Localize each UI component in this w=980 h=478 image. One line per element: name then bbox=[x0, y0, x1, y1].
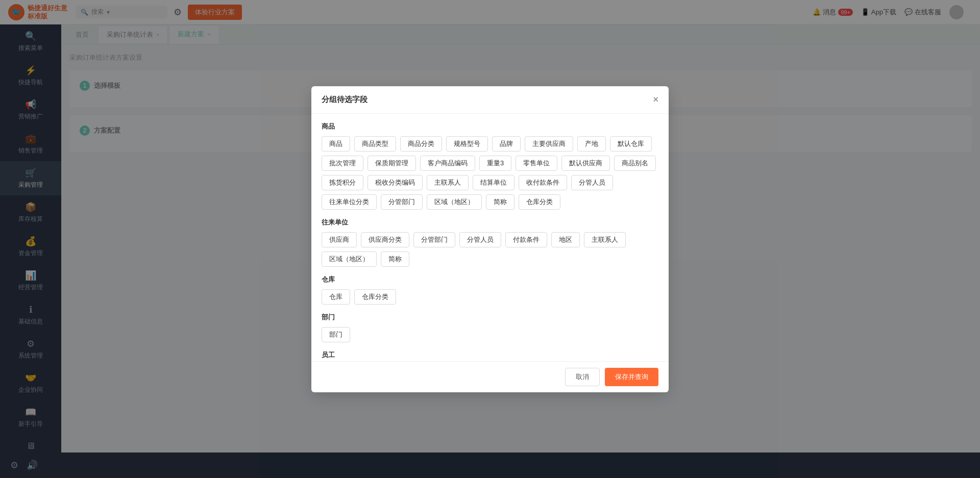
field-tag-0-2[interactable]: 商品分类 bbox=[400, 136, 442, 152]
field-tag-0-23[interactable]: 区域（地区） bbox=[427, 194, 482, 210]
field-grid-0: 商品商品类型商品分类规格型号品牌主要供应商产地默认仓库批次管理保质期管理客户商品… bbox=[322, 136, 658, 210]
field-tag-0-24[interactable]: 简称 bbox=[486, 194, 514, 210]
field-tag-1-5[interactable]: 地区 bbox=[551, 232, 580, 247]
field-tag-0-6[interactable]: 产地 bbox=[577, 136, 606, 152]
section-title-4: 员工 bbox=[322, 350, 658, 360]
field-tag-0-7[interactable]: 默认仓库 bbox=[610, 136, 652, 152]
field-tag-0-16[interactable]: 税收分类编码 bbox=[368, 175, 423, 190]
field-tag-0-20[interactable]: 分管人员 bbox=[571, 175, 613, 190]
field-tag-1-0[interactable]: 供应商 bbox=[322, 232, 357, 247]
field-tag-0-3[interactable]: 规格型号 bbox=[446, 136, 488, 152]
field-tag-0-9[interactable]: 保质期管理 bbox=[368, 156, 416, 171]
field-tag-0-21[interactable]: 往来单位分类 bbox=[322, 194, 377, 210]
field-tag-1-1[interactable]: 供应商分类 bbox=[361, 232, 409, 247]
field-tag-1-2[interactable]: 分管部门 bbox=[413, 232, 455, 247]
field-tag-0-8[interactable]: 批次管理 bbox=[322, 156, 363, 171]
dialog-header: 分组待选字段 × bbox=[311, 86, 669, 114]
field-tag-0-5[interactable]: 主要供应商 bbox=[525, 136, 573, 152]
field-tag-1-8[interactable]: 简称 bbox=[381, 251, 409, 267]
field-grid-3: 部门 bbox=[322, 327, 658, 342]
section-title-3: 部门 bbox=[322, 313, 658, 322]
field-grid-2: 仓库仓库分类 bbox=[322, 289, 658, 305]
field-tag-1-6[interactable]: 主联系人 bbox=[584, 232, 626, 247]
section-title-1: 往来单位 bbox=[322, 218, 658, 227]
field-tag-0-17[interactable]: 主联系人 bbox=[427, 175, 469, 190]
field-tag-2-1[interactable]: 仓库分类 bbox=[354, 289, 396, 305]
dialog-body: 商品商品商品类型商品分类规格型号品牌主要供应商产地默认仓库批次管理保质期管理客户… bbox=[311, 114, 669, 361]
field-tag-0-4[interactable]: 品牌 bbox=[492, 136, 521, 152]
field-tag-0-13[interactable]: 默认供应商 bbox=[561, 156, 610, 171]
cancel-button[interactable]: 取消 bbox=[565, 368, 600, 386]
field-tag-0-18[interactable]: 结算单位 bbox=[473, 175, 514, 190]
field-tag-0-15[interactable]: 拣货积分 bbox=[322, 175, 363, 190]
field-tag-0-22[interactable]: 分管部门 bbox=[381, 194, 423, 210]
field-tag-1-7[interactable]: 区域（地区） bbox=[322, 251, 377, 267]
field-tag-0-19[interactable]: 收付款条件 bbox=[519, 175, 567, 190]
field-tag-0-25[interactable]: 仓库分类 bbox=[519, 194, 560, 210]
dialog-footer: 取消 保存并查询 bbox=[311, 361, 669, 392]
field-tag-0-0[interactable]: 商品 bbox=[322, 136, 350, 152]
dialog-overlay: 分组待选字段 × 商品商品商品类型商品分类规格型号品牌主要供应商产地默认仓库批次… bbox=[0, 0, 980, 478]
field-tag-3-0[interactable]: 部门 bbox=[322, 327, 350, 342]
section-title-0: 商品 bbox=[322, 122, 658, 131]
dialog-title: 分组待选字段 bbox=[322, 95, 368, 105]
save-button[interactable]: 保存并查询 bbox=[605, 368, 658, 386]
section-title-2: 仓库 bbox=[322, 275, 658, 284]
field-grid-1: 供应商供应商分类分管部门分管人员付款条件地区主联系人区域（地区）简称 bbox=[322, 232, 658, 267]
field-tag-0-1[interactable]: 商品类型 bbox=[354, 136, 396, 152]
field-tag-0-14[interactable]: 商品别名 bbox=[614, 156, 656, 171]
field-tag-1-4[interactable]: 付款条件 bbox=[505, 232, 547, 247]
field-select-dialog: 分组待选字段 × 商品商品商品类型商品分类规格型号品牌主要供应商产地默认仓库批次… bbox=[311, 86, 669, 392]
field-tag-0-11[interactable]: 重量3 bbox=[479, 156, 511, 171]
field-tag-1-3[interactable]: 分管人员 bbox=[459, 232, 501, 247]
dialog-close-button[interactable]: × bbox=[653, 94, 658, 105]
field-tag-0-12[interactable]: 零售单位 bbox=[516, 156, 557, 171]
field-tag-0-10[interactable]: 客户商品编码 bbox=[420, 156, 475, 171]
field-tag-2-0[interactable]: 仓库 bbox=[322, 289, 350, 305]
